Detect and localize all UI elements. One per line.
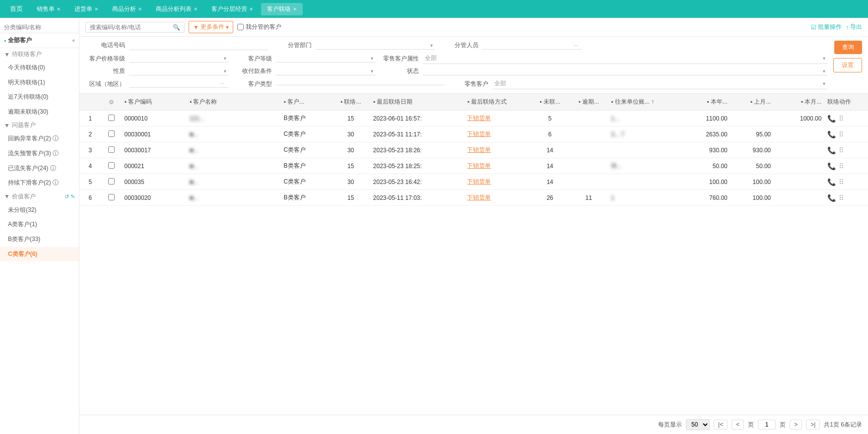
search-icon[interactable]: 🔍	[173, 24, 180, 31]
th-year[interactable]: ▪ 本年...	[680, 94, 731, 111]
query-button[interactable]: 查询	[834, 41, 862, 54]
table-settings-icon[interactable]: ⚙	[109, 99, 114, 106]
th-lastm[interactable]: ▪ 上月...	[731, 94, 774, 111]
more-action-icon[interactable]: ⠿	[839, 178, 844, 186]
retail-select[interactable]: 全部 ▾	[492, 78, 827, 89]
first-page-btn[interactable]: |<	[714, 420, 728, 430]
th-contact[interactable]: ▪ 联络...	[332, 94, 370, 111]
nav-close-customer-contact[interactable]: ✕	[293, 6, 297, 12]
sidebar-item-class-c[interactable]: C类客户(6)	[0, 247, 79, 262]
nav-close-analysis[interactable]: ✕	[138, 6, 142, 12]
nav-home[interactable]: 首页	[4, 2, 29, 15]
sidebar-item-churn-warning[interactable]: 流失预警客户(3) ⓘ	[0, 146, 79, 161]
phone-input[interactable]	[129, 41, 268, 50]
more-action-icon[interactable]: ⠿	[839, 115, 844, 123]
my-customers-checkbox[interactable]	[237, 24, 244, 30]
cell-action[interactable]: 📞 ⠿	[824, 111, 868, 126]
my-customers-checkbox-label[interactable]: 我分管的客户	[237, 23, 281, 31]
sidebar-group-value[interactable]: ▼ 价值客户 ↺ ✎	[0, 190, 79, 203]
cell-action[interactable]: 📞 ⠿	[824, 158, 868, 174]
nav-tab-analysis-list[interactable]: 商品分析列表 ✕	[150, 3, 203, 15]
nav-tab-analysis[interactable]: 商品分析 ✕	[106, 3, 148, 15]
next-page-btn[interactable]: >	[790, 420, 802, 430]
page-input[interactable]	[758, 420, 776, 430]
dept-select[interactable]: ▾	[316, 42, 435, 50]
value-group-actions[interactable]: ↺ ✎	[65, 193, 75, 200]
th-name[interactable]: ▪ 客户名称	[187, 94, 281, 111]
nav-close-sales[interactable]: ✕	[57, 6, 61, 12]
more-conditions-btn[interactable]: ▼ 更多条件 ▾	[189, 21, 233, 33]
status-select[interactable]: ▾	[423, 67, 827, 75]
cell-action[interactable]: 📞 ⠿	[824, 190, 868, 206]
sidebar-item-7days[interactable]: 近7天待联络(0)	[0, 90, 79, 105]
sidebar-group-problem[interactable]: ▼ 问题客户	[0, 119, 79, 131]
price-level-select[interactable]: ▾	[129, 55, 228, 62]
export-btn[interactable]: ↑ 导出	[846, 23, 862, 31]
phone-action-icon[interactable]: 📞	[827, 162, 836, 170]
cell-last-way[interactable]: 下销货单	[464, 142, 531, 158]
payment-select[interactable]: ▾	[276, 67, 375, 75]
th-code[interactable]: ▪ 客户编码	[122, 94, 187, 111]
phone-action-icon[interactable]: 📞	[827, 115, 836, 123]
collapse-icon[interactable]: «	[72, 38, 75, 43]
sidebar-item-class-b[interactable]: B类客户(33)	[0, 232, 79, 247]
retail-attr-select[interactable]: 全部 ▾	[423, 53, 827, 64]
sidebar-group-pending[interactable]: ▼ 待联络客户	[0, 48, 79, 61]
nav-close-analysis-list[interactable]: ✕	[194, 6, 198, 12]
nav-tab-purchase[interactable]: 进货单 ✕	[68, 3, 104, 15]
sidebar-item-overdue-contact[interactable]: 逾期未联络(30)	[0, 105, 79, 120]
nav-close-purchase[interactable]: ✕	[94, 6, 98, 12]
region-more-icon[interactable]: ···	[218, 81, 226, 86]
th-thism[interactable]: ▪ 本月...	[774, 94, 824, 111]
phone-action-icon[interactable]: 📞	[827, 194, 836, 202]
last-page-btn[interactable]: >|	[806, 420, 820, 430]
sidebar-item-class-a[interactable]: A类客户(1)	[0, 217, 79, 232]
nav-close-customer-tier[interactable]: ✕	[249, 6, 253, 12]
th-overdue[interactable]: ▪ 逾期...	[569, 94, 608, 111]
more-action-icon[interactable]: ⠿	[839, 130, 844, 138]
sidebar-item-tomorrow[interactable]: 明天待联络(1)	[0, 75, 79, 90]
sidebar-item-declining[interactable]: 持续下滑客户(2) ⓘ	[0, 176, 79, 190]
sidebar-search-input[interactable]	[4, 24, 78, 31]
batch-op-btn[interactable]: ☑ 批量操作	[811, 23, 842, 31]
th-last-date[interactable]: ▪ 最后联络日期	[370, 94, 465, 111]
region-select[interactable]: ···	[129, 80, 228, 88]
th-type[interactable]: ▪ 客户...	[281, 94, 332, 111]
customer-level-select[interactable]: ▾	[276, 55, 375, 62]
cell-checkbox[interactable]	[101, 158, 122, 174]
cell-checkbox[interactable]	[101, 142, 122, 158]
nav-tab-customer-tier[interactable]: 客户分层经营 ✕	[205, 3, 259, 15]
cell-checkbox[interactable]	[101, 174, 122, 190]
cell-last-way[interactable]: 下销货单	[464, 126, 531, 142]
sidebar-item-unclassified[interactable]: 未分组(32)	[0, 203, 79, 218]
phone-action-icon[interactable]: 📞	[827, 146, 836, 154]
th-hist[interactable]: ▪ 往来单位账... ↑	[608, 94, 679, 111]
phone-action-icon[interactable]: 📞	[827, 178, 836, 186]
sidebar-item-churned[interactable]: 已流失客户(24) ⓘ	[0, 161, 79, 176]
cell-last-way[interactable]: 下销货单	[464, 111, 531, 126]
cell-checkbox[interactable]	[101, 190, 122, 206]
more-action-icon[interactable]: ⠿	[839, 162, 844, 170]
cell-checkbox[interactable]	[101, 126, 122, 142]
nav-tab-customer-contact[interactable]: 客户联络 ✕	[261, 3, 303, 15]
th-unlinkd[interactable]: ▪ 未联...	[531, 94, 569, 111]
cell-last-way[interactable]: 下销货单	[464, 190, 531, 206]
cell-last-way[interactable]: 下销货单	[464, 158, 531, 174]
settings-button[interactable]: 设置	[833, 58, 862, 72]
cell-action[interactable]: 📞 ⠿	[824, 142, 868, 158]
customer-type-select[interactable]	[276, 83, 445, 85]
th-last-way[interactable]: ▪ 最后联络方式	[464, 94, 531, 111]
cell-last-way[interactable]: 下销货单	[464, 174, 531, 190]
sidebar-item-repurchase-abnormal[interactable]: 回购异常客户(2) ⓘ	[0, 131, 79, 146]
more-action-icon[interactable]: ⠿	[839, 146, 844, 154]
sidebar-item-today[interactable]: 今天待联络(0)	[0, 61, 79, 75]
phone-action-icon[interactable]: 📞	[827, 130, 836, 138]
person-more-icon[interactable]: ···	[572, 43, 580, 48]
per-page-select[interactable]: 50	[686, 419, 710, 430]
prev-page-btn[interactable]: <	[732, 420, 744, 430]
nature-select[interactable]: ▾	[129, 67, 228, 75]
cell-checkbox[interactable]	[101, 111, 122, 126]
search-input[interactable]	[90, 24, 173, 31]
person-select[interactable]: ···	[482, 42, 582, 50]
more-action-icon[interactable]: ⠿	[839, 194, 844, 202]
